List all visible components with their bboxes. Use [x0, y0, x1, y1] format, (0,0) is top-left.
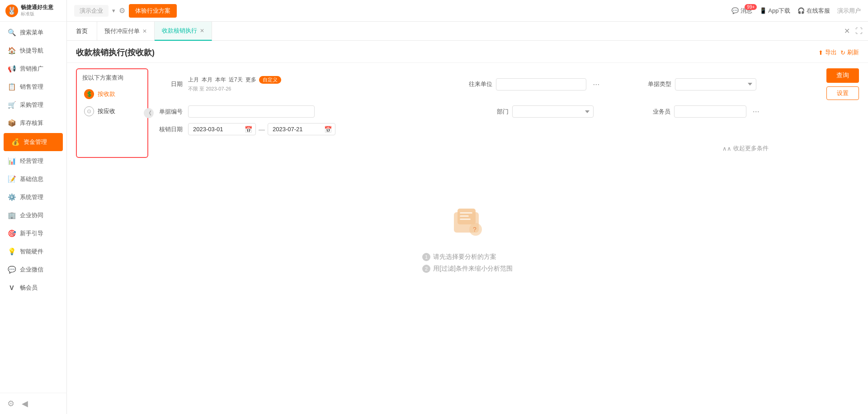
hint-text-1: 请先选择要分析的方案	[433, 253, 496, 261]
industry-solution-button[interactable]: 体验行业方案	[129, 4, 177, 18]
more-shortcut[interactable]: 更多	[245, 76, 256, 84]
employee-col: 业务员 ···	[643, 105, 799, 118]
filter-option-label: 按收款	[98, 90, 115, 98]
settings-bottom-icon[interactable]: ⚙	[7, 399, 14, 409]
tab-prepay-label: 预付冲应付单	[104, 27, 140, 35]
writeoff-end-input[interactable]	[268, 123, 335, 135]
doctype-select[interactable]	[675, 78, 756, 90]
page-inner: 收款核销执行(按收款) ⬆ 导出 ↻ 刷新 按以下方案查询	[67, 41, 868, 414]
app-download[interactable]: 📱 App下载	[760, 7, 790, 15]
range-separator: —	[259, 126, 265, 133]
this-month-shortcut[interactable]: 本月	[202, 76, 212, 84]
divider	[67, 62, 868, 63]
export-button[interactable]: ⬆ 导出	[818, 48, 837, 57]
this-year-shortcut[interactable]: 本年	[215, 76, 226, 84]
department-label: 部门	[481, 108, 509, 116]
tab-expand-icon[interactable]: ⛶	[855, 27, 863, 35]
sidebar-item-hardware[interactable]: 💡 智能硬件	[0, 243, 66, 261]
home-icon: 🏠	[7, 46, 16, 55]
collapse-scheme-button[interactable]: 《	[144, 108, 154, 118]
collapse-conditions[interactable]: ∧∧ 收起更多条件	[156, 141, 859, 158]
filter-scheme-title: 按以下方案查询	[77, 74, 147, 86]
sidebar-item-label: 经营管理	[20, 157, 43, 165]
counterparty-col: 往来单位 ···	[465, 78, 638, 90]
writeoff-start-input[interactable]	[188, 123, 256, 135]
tab-writeoff-close[interactable]: ✕	[200, 28, 204, 34]
custom-shortcut[interactable]: 自定义	[259, 76, 281, 84]
page-title: 收款核销执行(按收款)	[76, 47, 155, 58]
employee-ellipsis[interactable]: ···	[750, 107, 762, 116]
last-month-shortcut[interactable]: 上月	[188, 76, 199, 84]
doc-number-input[interactable]	[188, 105, 315, 118]
sidebar-item-corp[interactable]: 🏢 企业协同	[0, 206, 66, 224]
sidebar-item-label: 快捷导航	[20, 47, 43, 55]
docnumber-label: 单据编号	[156, 108, 183, 116]
sidebar: 🐰 畅捷通好生意 标准版 🔍 搜索菜单 🏠 快捷导航 📢 营销推广 📋 销售管理…	[0, 0, 67, 414]
query-button[interactable]: 查询	[826, 68, 859, 83]
doc-icon: 📝	[7, 175, 16, 184]
settings-button[interactable]: 设置	[826, 86, 859, 100]
employee-input[interactable]	[674, 105, 746, 118]
counterparty-input[interactable]	[496, 78, 586, 90]
filter-form: 日期 上月 本月 本年 近7天 更多 自定义 不限	[156, 68, 859, 158]
sidebar-item-quick-nav[interactable]: 🏠 快捷导航	[0, 42, 66, 60]
empty-hints-list: 1 请先选择要分析的方案 2 用[过滤]条件来缩小分析范围	[422, 253, 513, 276]
tab-prepay[interactable]: 预付冲应付单 ✕	[97, 22, 155, 41]
wechat-icon: 💬	[7, 265, 16, 274]
receipt-icon: 💲	[84, 89, 94, 99]
filter-row-2: 单据编号 部门 业务员 ···	[156, 105, 859, 118]
tabs-actions: ✕ ⛶	[844, 27, 868, 35]
doctype-label: 单据类型	[644, 80, 671, 88]
sidebar-item-purchase[interactable]: 🛒 采购管理	[0, 96, 66, 114]
online-service[interactable]: 🎧 在线客服	[797, 7, 830, 15]
message-area[interactable]: 💬 消息 99+	[731, 7, 752, 15]
sidebar-item-label: 新手引导	[20, 229, 43, 238]
sidebar-item-member[interactable]: V 畅会员	[0, 279, 66, 297]
sidebar-item-label: 智能硬件	[20, 247, 43, 256]
sidebar-item-marketing[interactable]: 📢 营销推广	[0, 60, 66, 78]
collapse-sidebar-icon[interactable]: ◀	[22, 399, 28, 409]
sidebar-item-basic[interactable]: 📝 基础信息	[0, 170, 66, 188]
tab-home[interactable]: 首页	[67, 22, 97, 41]
filter-option-by-receivable[interactable]: ⊙ 按应收	[77, 103, 147, 120]
sidebar-item-label: 基础信息	[20, 175, 43, 183]
sidebar-item-system[interactable]: ⚙️ 系统管理	[0, 188, 66, 206]
hint-item-1: 1 请先选择要分析的方案	[422, 253, 513, 261]
sidebar-item-label: 采购管理	[20, 101, 43, 109]
hint-num-2: 2	[422, 265, 430, 273]
top-header: 演示企业 ▾ ⚙ 体验行业方案 💬 消息 99+ 📱 App下载 🎧 在线客服 …	[67, 0, 868, 22]
tab-prepay-close[interactable]: ✕	[142, 28, 147, 34]
filter-option-label: 按应收	[98, 107, 115, 115]
last-7days-shortcut[interactable]: 近7天	[229, 76, 243, 84]
page-actions: ⬆ 导出 ↻ 刷新	[818, 48, 859, 57]
export-icon: ⬆	[818, 49, 823, 56]
hint-text-2: 用[过滤]条件来缩小分析范围	[433, 265, 513, 273]
doctype-col: 单据类型	[644, 78, 817, 90]
department-col: 部门	[481, 105, 637, 118]
sidebar-item-operation[interactable]: 📊 经营管理	[0, 152, 66, 170]
sidebar-item-inventory[interactable]: 📦 库存核算	[0, 114, 66, 132]
sidebar-item-label: 企业微信	[20, 266, 43, 274]
dropdown-icon[interactable]: ▾	[112, 7, 115, 14]
logo-icon: 🐰	[5, 5, 18, 17]
sidebar-item-sales[interactable]: 📋 销售管理	[0, 78, 66, 96]
search-icon: 🔍	[7, 28, 16, 37]
tab-writeoff[interactable]: 收款核销执行 ✕	[155, 22, 212, 41]
counterparty-ellipsis[interactable]: ···	[590, 80, 602, 89]
filter-row-1: 日期 上月 本月 本年 近7天 更多 自定义 不限	[156, 68, 859, 100]
sidebar-item-wechat[interactable]: 💬 企业微信	[0, 261, 66, 279]
tab-close-current-icon[interactable]: ✕	[844, 27, 850, 35]
sidebar-item-label: 系统管理	[20, 193, 43, 201]
sidebar-item-guide[interactable]: 🎯 新手引导	[0, 224, 66, 243]
sidebar-item-finance[interactable]: 💰 资金管理	[4, 133, 63, 151]
sidebar-item-search[interactable]: 🔍 搜索菜单	[0, 24, 66, 42]
writeoff-start-wrap: 📅	[188, 123, 256, 135]
refresh-button[interactable]: ↻ 刷新	[840, 48, 859, 57]
settings-header-icon[interactable]: ⚙	[119, 6, 125, 15]
clipboard-icon: 📋	[7, 82, 16, 91]
hint-num-1: 1	[422, 253, 430, 261]
filter-option-by-receipt[interactable]: 💲 按收款	[77, 86, 147, 103]
logo-area: 🐰 畅捷通好生意 标准版	[0, 0, 66, 22]
department-select[interactable]	[512, 105, 594, 118]
logo-text: 畅捷通好生意 标准版	[21, 4, 53, 18]
